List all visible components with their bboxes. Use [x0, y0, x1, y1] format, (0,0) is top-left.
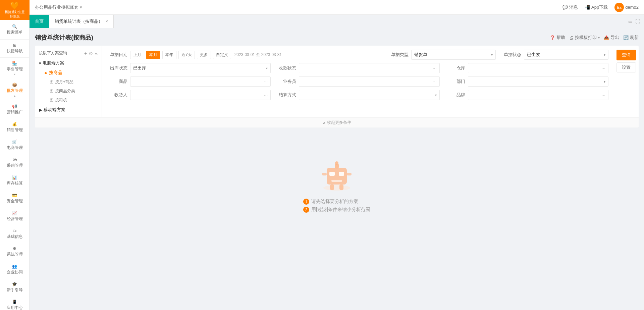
- refresh-icon: 🔄: [623, 35, 629, 40]
- receiver-select[interactable]: ···: [130, 90, 271, 100]
- collapse-bar[interactable]: ∧ 收起更多条件: [35, 117, 639, 127]
- window-controls: ▭ ⛶: [624, 19, 644, 24]
- inventory-icon: 📊: [12, 175, 17, 180]
- filter-item-salesperson: 业务员 ···: [276, 76, 439, 87]
- sidebar-item-quicknav[interactable]: ⊞ 快捷导航: [0, 40, 29, 58]
- maximize-button[interactable]: ⛶: [635, 19, 640, 24]
- receiver-label: 收货人: [107, 92, 127, 98]
- print-label: 按模板打印: [575, 35, 597, 41]
- scheme-item-driver[interactable]: 图 按司机: [35, 96, 102, 105]
- sidebar-item-basic-info[interactable]: 🗂 基础信息: [0, 225, 29, 243]
- sidebar-item-collab[interactable]: 👥 企业协同: [0, 261, 29, 278]
- tab-close-icon[interactable]: ✕: [105, 19, 108, 23]
- sidebar-item-apps[interactable]: 📱 应用中心: [0, 296, 29, 310]
- scheme-collapse-icon[interactable]: «: [95, 51, 98, 56]
- print-button[interactable]: 🖨 按模板打印 ▾: [569, 35, 600, 41]
- minimize-button[interactable]: ▭: [628, 19, 633, 24]
- scheme-add-icon[interactable]: +: [84, 51, 87, 56]
- sidebar-collab-label: 企业协同: [7, 269, 23, 275]
- sidebar-item-purchase[interactable]: 🛍 采购管理: [0, 154, 29, 172]
- chevron-down-icon: ▾: [435, 93, 437, 97]
- filter-item-receiver: 收货人 ···: [107, 90, 271, 100]
- doc-type-value: 销货单: [414, 52, 427, 58]
- date-btn-custom[interactable]: 自定义: [213, 51, 231, 59]
- svg-rect-7: [322, 173, 327, 175]
- tab-home[interactable]: 首页: [30, 15, 49, 28]
- settlement-select[interactable]: ▾: [299, 90, 439, 100]
- app-download-button[interactable]: 📲 App下载: [585, 4, 608, 10]
- sidebar-item-system[interactable]: ⚙ 系统管理: [0, 243, 29, 261]
- sidebar-system-label: 系统管理: [7, 252, 23, 257]
- sidebar-apps-label: 应用中心: [7, 305, 23, 310]
- empty-state: 1 请先选择要分析的方案 2 用[过滤]条件来缩小分析范围: [35, 127, 639, 240]
- date-btn-this-year[interactable]: 本年: [162, 51, 176, 59]
- salesperson-select[interactable]: ···: [299, 76, 439, 87]
- date-btn-last-month[interactable]: 上月: [130, 51, 144, 59]
- brand-select[interactable]: ···: [468, 90, 608, 100]
- help-button[interactable]: ❓ 帮助: [550, 35, 565, 41]
- sidebar-item-management[interactable]: 📈 经营管理: [0, 207, 29, 225]
- settings-button[interactable]: 设置: [616, 62, 636, 72]
- ellipsis-icon: ···: [264, 92, 268, 98]
- sidebar-item-retail[interactable]: 🏪 零售管理 ▾: [0, 58, 29, 79]
- user-menu[interactable]: Ea demo2: [614, 3, 639, 12]
- out-status-select[interactable]: 已出库 ▾: [130, 63, 271, 73]
- date-label: 单据日期: [107, 52, 127, 58]
- date-btn-this-month[interactable]: 本月: [146, 51, 160, 59]
- breadcrumb-dropdown-icon[interactable]: ▾: [80, 5, 82, 10]
- refresh-label: 刷新: [630, 35, 639, 41]
- scheme-item-category[interactable]: 图 按商品分类: [35, 87, 102, 96]
- ecommerce-icon: 🛒: [12, 140, 17, 144]
- scheme-item-by-goods[interactable]: ● 按商品: [35, 68, 102, 78]
- warehouse-select[interactable]: ···: [468, 63, 608, 73]
- chevron-down-icon: ▾: [604, 80, 605, 84]
- doc-status-label: 单据状态: [501, 52, 521, 58]
- empty-hint-1-text: 请先选择要分析的方案: [311, 199, 358, 205]
- month-goods-icon: 图: [50, 79, 54, 85]
- chevron-down-icon: ▾: [14, 73, 15, 76]
- sidebar-item-search[interactable]: 🔍 搜索菜单: [0, 20, 29, 40]
- topbar-actions: 💬 消息 📲 App下载 Ea demo2: [562, 3, 639, 12]
- filter-row-3: 商品 ··· 业务员 ···: [107, 76, 608, 87]
- svg-rect-2: [329, 172, 335, 176]
- sidebar-item-wholesale[interactable]: 📦 批发管理 ▴: [0, 79, 29, 101]
- scheme-group-mobile-title[interactable]: ▶ 移动端方案: [35, 105, 102, 115]
- sidebar-finance-label: 资金管理: [7, 198, 23, 204]
- sidebar-item-guide[interactable]: 🎓 新手引导: [0, 278, 29, 296]
- goods-select[interactable]: ···: [130, 76, 271, 87]
- empty-text: 1 请先选择要分析的方案 2 用[过滤]条件来缩小分析范围: [303, 199, 370, 213]
- export-icon: 📤: [604, 35, 609, 40]
- sidebar-item-sales[interactable]: 💰 销售管理: [0, 118, 29, 136]
- department-select[interactable]: ▾: [468, 76, 608, 87]
- collab-icon: 👥: [12, 264, 17, 269]
- tab-sales-stats[interactable]: 销货单统计表（按商品） ✕: [49, 15, 114, 28]
- filter-area: 单据日期 上月 本月 本年 近7天 更多 自定义 2023-03-01 至 20…: [102, 46, 614, 117]
- svg-rect-9: [330, 185, 334, 190]
- scheme-edit-icon[interactable]: ⊙: [89, 51, 93, 56]
- query-button[interactable]: 查询: [616, 50, 636, 60]
- message-button[interactable]: 💬 消息: [562, 4, 578, 10]
- sidebar-item-ecommerce[interactable]: 🛒 电商管理: [0, 136, 29, 154]
- sidebar-inventory-label: 库存核算: [7, 180, 23, 186]
- sidebar-item-inventory[interactable]: 📊 库存核算: [0, 172, 29, 190]
- date-btn-more[interactable]: 更多: [197, 51, 211, 59]
- department-label: 部门: [445, 79, 465, 85]
- export-button[interactable]: 📤 导出: [604, 35, 619, 41]
- scheme-group-pc-title[interactable]: ▾ 电脑端方案: [35, 58, 102, 68]
- filter-item-department: 部门 ▾: [445, 76, 608, 87]
- scheme-item-month-goods[interactable]: 图 按月+商品: [35, 78, 102, 87]
- sidebar-item-marketing[interactable]: 📢 营销推广: [0, 101, 29, 118]
- sidebar-guide-label: 新手引导: [7, 287, 23, 293]
- svg-rect-4: [331, 180, 342, 182]
- payment-status-select[interactable]: ···: [299, 63, 439, 73]
- doc-status-select[interactable]: 已生效 ▾: [524, 50, 608, 60]
- sidebar-item-finance[interactable]: 💳 资金管理: [0, 190, 29, 207]
- svg-rect-8: [347, 173, 352, 175]
- sidebar-search-label: 搜索菜单: [7, 30, 23, 35]
- svg-rect-1: [327, 168, 347, 185]
- refresh-button[interactable]: 🔄 刷新: [623, 35, 639, 41]
- date-btn-7days[interactable]: 近7天: [178, 51, 195, 59]
- ellipsis-icon: ···: [601, 65, 605, 71]
- breadcrumb-text: 办公用品行业模拟账套: [35, 4, 78, 10]
- doc-type-select[interactable]: 销货单 ▾: [411, 50, 496, 60]
